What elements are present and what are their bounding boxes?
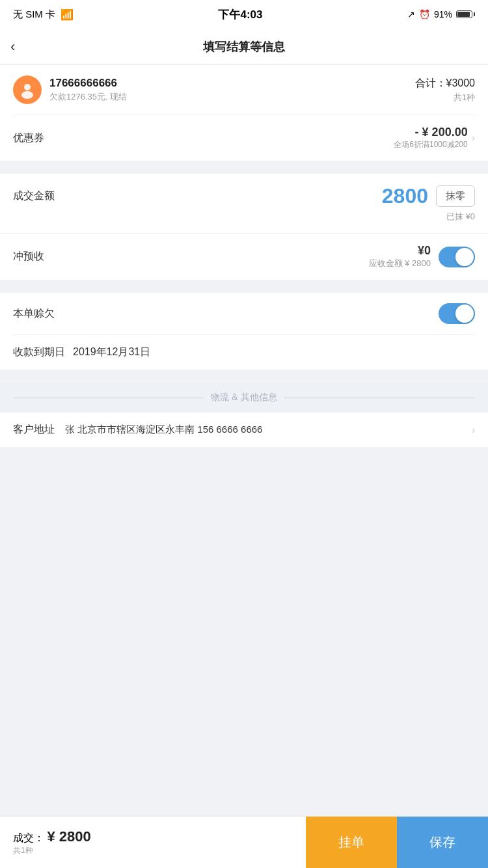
amount-right: 2800 抹零 — [382, 184, 475, 208]
precollect-toggle[interactable] — [439, 247, 475, 267]
bottom-summary: 成交： ¥ 2800 共1种 — [0, 828, 306, 856]
status-right: ↗ ⏰ 91% — [407, 9, 475, 20]
customer-subtitle: 欠款1276.35元, 现结 — [49, 91, 127, 103]
duedate-value: 2019年12月31日 — [73, 346, 150, 359]
address-card: 客户地址 张 北京市市辖区海淀区永丰南 156 6666 6666 › — [0, 413, 488, 447]
section-gap-3 — [0, 376, 488, 383]
duedate-row: 收款到期日 2019年12月31日 — [13, 346, 475, 359]
customer-info: 17666666666 欠款1276.35元, 现结 — [49, 77, 127, 103]
customer-left: 17666666666 欠款1276.35元, 现结 — [13, 75, 127, 104]
status-time: 下午4:03 — [218, 7, 262, 22]
header: ‹ 填写结算等信息 — [0, 29, 488, 65]
address-value: 张 北京市市辖区海淀区永丰南 156 6666 6666 — [65, 424, 472, 436]
summary-label: 成交： — [13, 832, 44, 843]
svg-point-1 — [21, 91, 33, 99]
amount-sub: 已抹 ¥0 — [13, 211, 475, 223]
address-chevron-icon: › — [472, 424, 475, 436]
deficit-toggle-knob — [455, 305, 474, 323]
bottom-actions: 挂单 保存 — [306, 817, 488, 868]
transaction-card: 成交金额 2800 抹零 已抹 ¥0 冲预收 ¥0 应收金额 ¥ 2800 — [0, 174, 488, 280]
coupon-detail: 全场6折满1000减200 — [394, 139, 467, 150]
duedate-section: 收款到期日 2019年12月31日 — [0, 335, 488, 370]
amount-label: 成交金额 — [13, 189, 55, 203]
precollect-row: 冲预收 ¥0 应收金额 ¥ 2800 — [13, 244, 475, 269]
amount-row: 成交金额 2800 抹零 — [13, 184, 475, 208]
round-button[interactable]: 抹零 — [436, 185, 475, 207]
coupon-info: - ¥ 200.00 全场6折满1000减200 — [394, 126, 467, 150]
carrier-label: 无 SIM 卡 — [13, 8, 55, 21]
precollect-section: 冲预收 ¥0 应收金额 ¥ 2800 — [0, 233, 488, 280]
bottom-label-row: 成交： ¥ 2800 — [13, 828, 293, 845]
total-amount: 合计：¥3000 — [415, 77, 476, 90]
precollect-amount: ¥0 — [369, 244, 431, 258]
status-left: 无 SIM 卡 📶 — [13, 8, 74, 21]
section-gap-2 — [0, 286, 488, 293]
address-section[interactable]: 客户地址 张 北京市市辖区海淀区永丰南 156 6666 6666 › — [0, 413, 488, 447]
wifi-icon: 📶 — [61, 8, 74, 21]
back-button[interactable]: ‹ — [10, 38, 15, 55]
summary-sub: 共1种 — [13, 845, 293, 856]
battery-tip — [474, 12, 475, 16]
logistics-separator: 物流 & 其他信息 — [0, 383, 488, 413]
coupon-label: 优惠券 — [13, 131, 44, 145]
battery-bar — [456, 10, 475, 18]
battery-percent: 91% — [434, 9, 452, 20]
svg-point-0 — [24, 84, 31, 90]
deficit-label: 本单赊欠 — [13, 307, 55, 321]
section-gap-1 — [0, 167, 488, 174]
bottom-bar: 成交： ¥ 2800 共1种 挂单 保存 — [0, 816, 488, 868]
coupon-right: - ¥ 200.00 全场6折满1000减200 › — [394, 126, 475, 150]
toggle-knob — [455, 248, 474, 266]
duedate-label: 收款到期日 — [13, 346, 65, 359]
sep-line-right — [284, 398, 475, 398]
hold-button[interactable]: 挂单 — [306, 817, 397, 868]
battery-fill — [457, 12, 470, 17]
deficit-toggle[interactable] — [439, 303, 475, 324]
status-bar: 无 SIM 卡 📶 下午4:03 ↗ ⏰ 91% — [0, 0, 488, 29]
customer-row: 17666666666 欠款1276.35元, 现结 合计：¥3000 共1种 — [0, 65, 488, 115]
deficit-section: 本单赊欠 — [0, 293, 488, 334]
customer-right: 合计：¥3000 共1种 — [415, 77, 476, 103]
battery-body — [456, 10, 472, 18]
alarm-icon: ⏰ — [419, 9, 430, 20]
precollect-right: ¥0 应收金额 ¥ 2800 — [369, 244, 475, 269]
customer-card: 17666666666 欠款1276.35元, 现结 合计：¥3000 共1种 … — [0, 65, 488, 161]
amount-value: 2800 — [382, 184, 428, 208]
summary-amount: ¥ 2800 — [47, 828, 90, 845]
coupon-amount: - ¥ 200.00 — [394, 126, 467, 139]
coupon-row[interactable]: 优惠券 - ¥ 200.00 全场6折满1000减200 › — [0, 115, 488, 161]
precollect-label: 冲预收 — [13, 250, 44, 264]
customer-phone: 17666666666 — [49, 77, 127, 90]
precollect-sub: 应收金额 ¥ 2800 — [369, 258, 431, 269]
sep-line-left — [13, 398, 204, 398]
content: 17666666666 欠款1276.35元, 现结 合计：¥3000 共1种 … — [0, 65, 488, 519]
avatar — [13, 75, 42, 104]
save-button[interactable]: 保存 — [397, 817, 488, 868]
location-icon: ↗ — [407, 9, 415, 20]
chevron-right-icon: › — [472, 132, 475, 144]
precollect-info: ¥0 应收金额 ¥ 2800 — [369, 244, 431, 269]
total-sub: 共1种 — [415, 92, 476, 103]
page-title: 填写结算等信息 — [203, 39, 285, 55]
deficit-card: 本单赊欠 收款到期日 2019年12月31日 — [0, 293, 488, 370]
logistics-sep-text: 物流 & 其他信息 — [211, 392, 277, 403]
address-label: 客户地址 — [13, 423, 55, 437]
amount-section: 成交金额 2800 抹零 已抹 ¥0 — [0, 174, 488, 233]
